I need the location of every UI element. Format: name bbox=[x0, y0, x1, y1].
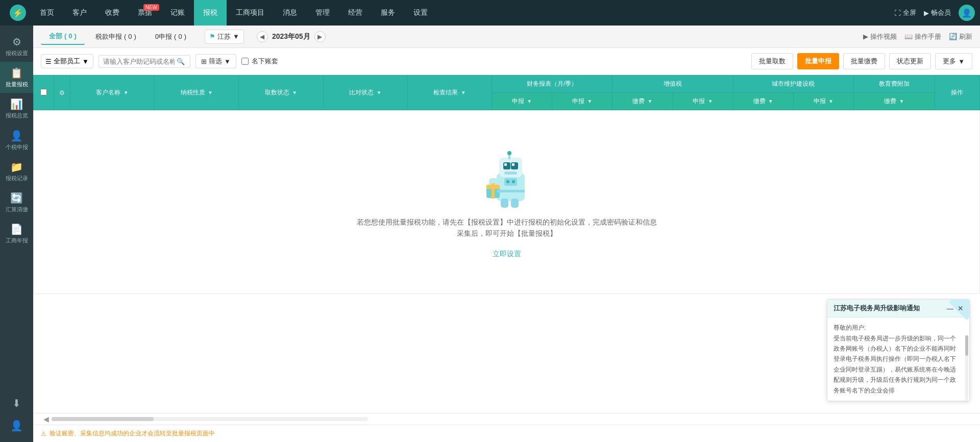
nav-industry[interactable]: 工商项目 bbox=[227, 0, 274, 26]
chevron-down-icon: ▼ bbox=[224, 58, 231, 65]
popup-close-btn[interactable]: ✕ bbox=[958, 305, 963, 312]
scroll-thumb[interactable] bbox=[52, 417, 154, 421]
svg-rect-4 bbox=[504, 163, 507, 166]
download-icon: ⬇ bbox=[12, 397, 21, 409]
th-vat-pay: 缴费 ▼ bbox=[612, 93, 673, 110]
svg-point-18 bbox=[512, 180, 515, 183]
th-compare-status: 比对状态 ▼ bbox=[323, 76, 407, 110]
refresh-icon: 🔄 bbox=[10, 192, 23, 204]
tab-tax-report[interactable]: 税款申报(0) bbox=[87, 29, 144, 44]
empty-message: 若您想使用批量报税功能，请先在【报税设置】中进行报税的初始化设置，完成密码验证和… bbox=[354, 216, 660, 239]
fullscreen-btn[interactable]: ⛶ 全屏 bbox=[894, 8, 916, 17]
nav-invoice[interactable]: 票据 NEW bbox=[129, 0, 161, 26]
search-icon[interactable]: 🔍 bbox=[177, 58, 185, 65]
sidebar-bottom: ⬇ 👤 bbox=[0, 392, 33, 442]
nav-right: ⛶ 全屏 ▶ 畅会员 👤 bbox=[894, 5, 975, 21]
svg-rect-0 bbox=[497, 173, 525, 201]
sub-tabs-actions: ▶ 操作视频 📖 操作手册 🔄 刷新 bbox=[863, 32, 972, 41]
filter-list-icon: ☰ bbox=[45, 58, 52, 65]
horizontal-scrollbar: ◀ bbox=[33, 413, 980, 425]
sidebar-item-personal-tax[interactable]: 👤 个税申报 bbox=[0, 125, 33, 156]
th-settings: ⚙ bbox=[54, 76, 70, 110]
th-education-report: 申报 ▼ bbox=[793, 93, 853, 110]
nav-billing[interactable]: 收费 bbox=[96, 0, 129, 26]
th-education-pay: 缴费 ▼ bbox=[853, 93, 935, 110]
th-tax-nature: 纳税性质 ▼ bbox=[155, 76, 239, 110]
sidebar-item-annual-report[interactable]: 📄 工商年报 bbox=[0, 218, 33, 249]
nav-accounting[interactable]: 记账 bbox=[161, 0, 194, 26]
warning-icon: ⚠ bbox=[41, 430, 46, 437]
status-update-btn[interactable]: 状态更新 bbox=[889, 53, 931, 69]
nav-settings[interactable]: 设置 bbox=[404, 0, 437, 26]
logo-icon: ⚡ bbox=[10, 5, 26, 21]
tab-zero-report[interactable]: 0申报(0) bbox=[147, 29, 194, 44]
user-avatar[interactable]: 👤 bbox=[959, 5, 975, 21]
nav-customer[interactable]: 客户 bbox=[63, 0, 96, 26]
tab-all[interactable]: 全部(0) bbox=[41, 29, 85, 45]
operation-manual-btn[interactable]: 📖 操作手册 bbox=[904, 32, 941, 41]
th-action: 操作 bbox=[935, 76, 979, 110]
svg-rect-16 bbox=[504, 178, 517, 186]
sidebar-item-settlement[interactable]: 🔄 汇算清缴 bbox=[0, 187, 33, 218]
doc-icon: 📄 bbox=[10, 223, 23, 235]
th-financial-report: 财务报表（月/季） bbox=[492, 76, 612, 93]
nav-message[interactable]: 消息 bbox=[274, 0, 306, 26]
province-select[interactable]: ⚑ 江苏 ▼ bbox=[205, 30, 244, 44]
next-month-btn[interactable]: ▶ bbox=[314, 31, 326, 42]
setup-link[interactable]: 立即设置 bbox=[493, 250, 521, 259]
th-customer-name: 客户名称 ▼ bbox=[70, 76, 155, 110]
employee-dropdown[interactable]: ☰ 全部员工 ▼ bbox=[41, 54, 93, 68]
batch-report-btn[interactable]: 批量申报 bbox=[797, 53, 839, 69]
scroll-track[interactable] bbox=[52, 417, 368, 421]
logo[interactable]: ⚡ bbox=[5, 0, 31, 26]
popup-content: 尊敬的用户:受当前电子税务局进一步升级的影响，同一个政务网账号（办税人）名下的企… bbox=[834, 323, 963, 396]
svg-rect-6 bbox=[504, 171, 517, 175]
popup-body: 尊敬的用户:受当前电子税务局进一步升级的影响，同一个政务网账号（办税人）名下的企… bbox=[827, 317, 969, 401]
chevron-down-icon: ▼ bbox=[233, 33, 239, 40]
nav-operation[interactable]: 经营 bbox=[339, 0, 372, 26]
nav-home[interactable]: 首页 bbox=[31, 0, 63, 26]
th-checkbox bbox=[34, 76, 54, 110]
operation-video-btn[interactable]: ▶ 操作视频 bbox=[863, 32, 897, 41]
nav-manage[interactable]: 管理 bbox=[306, 0, 339, 26]
popup-scroll-thumb bbox=[965, 335, 968, 356]
person-icon: 👤 bbox=[10, 130, 23, 142]
svg-point-8 bbox=[507, 151, 511, 155]
chevron-down-icon: ▼ bbox=[82, 58, 89, 65]
sidebar-item-tax-overview[interactable]: 📊 报税总览 bbox=[0, 93, 33, 124]
th-city-tax-pay: 缴费 ▼ bbox=[733, 93, 793, 110]
svg-rect-12 bbox=[492, 183, 495, 199]
popup-minimize-btn[interactable]: — bbox=[947, 305, 953, 312]
chart-icon: 📊 bbox=[10, 98, 23, 110]
batch-pay-btn[interactable]: 批量缴费 bbox=[843, 53, 885, 69]
search-input[interactable] bbox=[103, 58, 175, 65]
checkbox-subaccount[interactable]: 名下账套 bbox=[241, 57, 278, 66]
batch-fetch-btn[interactable]: 批量取数 bbox=[751, 53, 793, 69]
sub-tabs-bar: 全部(0) 税款申报(0) 0申报(0) ⚑ 江苏 ▼ ◀ 2023年05月 ▶ bbox=[33, 26, 980, 48]
sidebar-item-tax-settings[interactable]: ⚙ 报税设置 bbox=[0, 31, 33, 62]
top-navigation: ⚡ 首页 客户 收费 票据 NEW 记账 报税 工商项目 消息 管理 经营 服务… bbox=[0, 0, 980, 26]
filter-button[interactable]: ⊞ 筛选 ▼ bbox=[195, 54, 236, 68]
sidebar-item-download[interactable]: ⬇ bbox=[0, 392, 33, 414]
nav-service[interactable]: 服务 bbox=[372, 0, 404, 26]
svg-rect-15 bbox=[497, 190, 525, 192]
scroll-left-btn[interactable]: ◀ bbox=[41, 415, 52, 423]
sidebar-item-tax-records[interactable]: 📁 报税记录 bbox=[0, 156, 33, 187]
prev-month-btn[interactable]: ◀ bbox=[257, 31, 268, 42]
new-badge: NEW bbox=[143, 4, 159, 11]
more-btn[interactable]: 更多 ▼ bbox=[935, 53, 972, 69]
sidebar-item-user[interactable]: 👤 bbox=[0, 414, 33, 437]
subaccount-checkbox[interactable] bbox=[241, 58, 249, 65]
sidebar-item-batch-tax[interactable]: 📋 批量报税 bbox=[0, 62, 33, 93]
th-financial-report: 申报 ▼ bbox=[492, 93, 552, 110]
bottom-bar: ⚠ 验证账密、采集信息均成功的企业才会流转至批量报税页面中 bbox=[33, 425, 980, 442]
select-all-checkbox[interactable] bbox=[40, 89, 47, 95]
folder-icon: 📁 bbox=[10, 161, 23, 173]
popup-scrollbar[interactable] bbox=[965, 335, 968, 401]
settings-icon[interactable]: ⚙ bbox=[59, 89, 65, 96]
nav-tax[interactable]: 报税 bbox=[194, 0, 227, 26]
refresh-btn[interactable]: 🔄 刷新 bbox=[949, 32, 972, 41]
data-table: ⚙ 客户名称 ▼ 纳税性质 ▼ 取数状态 ▼ 比对状态 ▼ bbox=[33, 75, 980, 294]
th-education-fee: 教育费附加 bbox=[853, 76, 935, 93]
member-btn[interactable]: ▶ 畅会员 bbox=[924, 8, 951, 17]
